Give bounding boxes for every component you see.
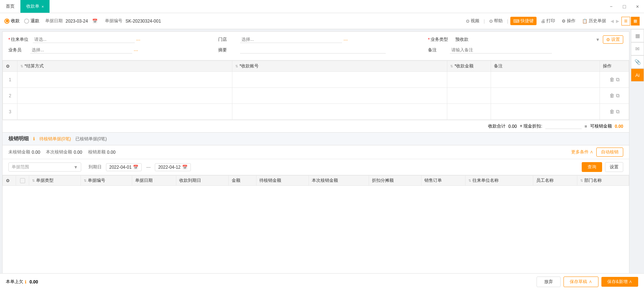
row-2-account[interactable] [232,88,447,104]
row-1-amount[interactable] [447,72,491,88]
col-gear[interactable]: ⚙ [3,176,16,186]
row-1-delete-icon[interactable]: 🗑 [609,77,614,83]
row-2-remark[interactable] [491,88,600,104]
col-discount-share: 折扣分摊额 [369,176,421,186]
shortcut-btn[interactable]: ⌨ 快捷键 [510,17,537,25]
row-3-delete-icon[interactable]: 🗑 [609,109,614,115]
maximize-button[interactable]: □ [618,0,631,13]
filter-actions: 查询 设置 [582,162,623,172]
video-btn[interactable]: ⊙ 视频 [464,17,482,25]
radio-receipt[interactable]: 收款 [4,18,20,24]
range-select[interactable]: 单据范围 ▼ [8,162,81,172]
col-sales-order: 销售订单 [421,176,465,186]
partner-required: * [8,37,10,42]
select-all-checkbox[interactable] [20,178,25,183]
auto-writeoff-btn[interactable]: 自动核销 [596,148,623,157]
tab-done[interactable]: 已核销单据(0笔) [75,136,107,142]
total-label: 收款合计 [488,123,506,129]
summary-label: 摘要 [218,47,240,53]
col-amount: ⇅ *收款金额 [447,61,491,72]
partner-more-icon[interactable]: ··· [136,37,141,43]
col-action: 操作 [600,61,629,72]
query-btn[interactable]: 查询 [582,162,602,172]
sidebar-scan-icon[interactable]: Ai [631,68,644,82]
tab-receipt[interactable]: 收款单 × [20,0,50,13]
date-to-value: 2022-04-12 [158,165,180,170]
list-view-btn[interactable]: ≡ [621,17,630,26]
settings-btn[interactable]: ⚙ 设置 [603,35,623,44]
minimize-button[interactable]: － [605,0,618,13]
more-filter-btn[interactable]: 更多条件 ∧ [571,149,593,155]
window-controls: － □ × [605,0,644,13]
store-more-icon[interactable]: ··· [343,37,348,43]
save-new-btn[interactable]: 保存&新增 ∧ [601,277,638,287]
salesman-more-icon[interactable]: ··· [134,47,138,53]
store-input[interactable] [240,36,342,43]
save-draft-btn[interactable]: 保存草稿 ∧ [564,277,598,287]
filter-row: 单据范围 ▼ 到期日 2022-04-01 📅 — 2022-04-12 📅 查… [3,159,629,175]
date-to-input[interactable]: 2022-04-12 📅 [155,163,191,171]
date-label: 单据日期 [45,18,63,24]
col-checkbox[interactable] [16,176,29,186]
row-1-remark[interactable] [491,72,600,88]
row-1-account[interactable] [232,72,447,88]
sidebar-grid-icon[interactable]: ▦ [631,29,644,42]
col-settings[interactable]: ⚙ [3,61,17,72]
unverified-value: 0.00 [32,150,40,155]
partner-input[interactable] [33,36,135,43]
filter-settings-btn[interactable]: 设置 [605,162,623,172]
history-btn[interactable]: 📋 历史单据 [580,17,608,25]
col-doc-num: ⇅ 单据编号 [80,176,132,186]
row-3-remark[interactable] [491,104,600,120]
date-from-input[interactable]: 2022-04-01 📅 [106,163,142,171]
row-3-amount[interactable] [447,104,491,120]
radio-refund-circle [24,19,29,24]
partner-field: * 往来单位 ··· [8,36,204,43]
shortcut-icon: ⌨ [513,19,519,24]
remark-input[interactable] [450,47,552,54]
sidebar-clip-icon[interactable]: 📎 [631,55,644,68]
eq-label: = [585,124,587,129]
range-dropdown-icon: ▼ [74,165,78,170]
tab-pending[interactable]: 待核销单据(0笔) [39,136,71,142]
unverified-stat: 未核销金额 0.00 [8,149,40,155]
col-amount-b: 金额 [228,176,256,186]
help-btn[interactable]: ⊙ 帮助 [487,17,505,25]
row-3-settle[interactable] [17,104,232,120]
summary-input[interactable] [240,47,386,54]
row-1-action: 🗑 ⧉ [600,72,629,88]
radio-receipt-circle [4,19,9,24]
operation-btn[interactable]: ⚙ 操作 [559,17,578,25]
row-1-settle[interactable] [17,72,232,88]
row-2-delete-icon[interactable]: 🗑 [609,93,614,99]
discard-btn[interactable]: 放弃 [537,277,561,287]
sidebar-mail-icon[interactable]: ✉ [631,42,644,55]
tab-close-icon[interactable]: × [42,4,44,9]
biz-dropdown-icon[interactable]: ▼ [596,37,600,42]
row-2-settle[interactable] [17,88,232,104]
total-value: 0.00 [508,124,517,129]
number-value: SK-20230324-001 [125,19,161,24]
date-dash: — [146,165,150,170]
close-button[interactable]: × [631,0,644,13]
salesman-input[interactable] [30,47,132,54]
discount-input[interactable] [545,124,582,129]
calendar-to-icon: 📅 [182,165,188,170]
row-3-account[interactable] [232,104,447,120]
print-icon: 🖨 [541,19,545,24]
row-2-copy-icon[interactable]: ⧉ [616,93,620,99]
radio-refund[interactable]: 退款 [24,18,39,24]
grid-view-btn[interactable]: ▦ [631,17,640,26]
thistime-stat: 本次核销金额 0.00 [46,149,82,155]
row-1-copy-icon[interactable]: ⧉ [616,77,620,83]
row-3-copy-icon[interactable]: ⧉ [616,109,620,115]
tab-home[interactable]: 首页 [0,0,20,13]
info-icon: ℹ [25,279,27,285]
row-2-amount[interactable] [447,88,491,104]
calendar-icon[interactable]: 📅 [92,19,98,24]
table-footer: 收款合计 0.00 + 现金折扣: = 可核销金额 0.00 [3,120,629,132]
writeoff-info-icon[interactable]: ℹ [33,136,35,141]
biz-label: 业务类型 [431,36,452,43]
row-2-action: 🗑 ⧉ [600,88,629,104]
print-btn[interactable]: 🖨 打印 [539,17,557,25]
